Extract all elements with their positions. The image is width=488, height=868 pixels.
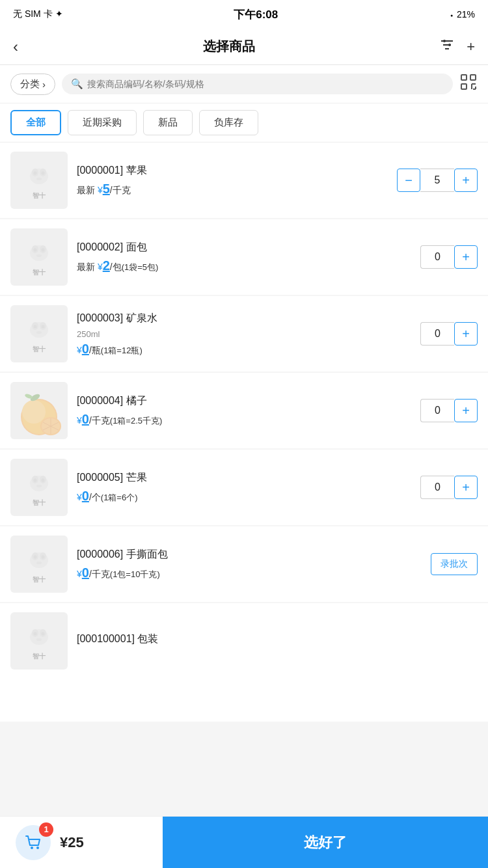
product-name: [0000002] 面包 bbox=[77, 241, 411, 254]
product-name: [0000006] 手撕面包 bbox=[77, 548, 422, 562]
cart-section: 1 ¥25 bbox=[0, 825, 163, 860]
quantity-input[interactable] bbox=[420, 169, 454, 192]
svg-point-16 bbox=[42, 171, 45, 174]
product-image-0000001: 智十 bbox=[10, 152, 68, 209]
quantity-input[interactable] bbox=[420, 399, 454, 422]
product-price: 最新 ¥5/千克 bbox=[77, 182, 388, 197]
svg-point-58 bbox=[31, 847, 33, 849]
quantity-input[interactable] bbox=[420, 322, 454, 346]
product-spec: 250ml bbox=[77, 329, 411, 339]
status-left: 无 SIM 卡 ✦ bbox=[13, 8, 63, 20]
product-price: ¥0/瓶(1箱=12瓶) bbox=[77, 342, 411, 357]
svg-point-3 bbox=[443, 40, 446, 42]
tab-negative[interactable]: 负库存 bbox=[199, 110, 258, 135]
back-button[interactable]: ‹ bbox=[13, 38, 18, 56]
tab-recent[interactable]: 近期采购 bbox=[68, 110, 137, 135]
product-image-0000002: 智十 bbox=[10, 228, 68, 286]
product-list: 智十 [0000001] 苹果 最新 ¥5/千克 − + bbox=[0, 142, 488, 722]
quantity-input[interactable] bbox=[420, 245, 454, 269]
nav-right-icons: + bbox=[439, 37, 475, 57]
svg-point-21 bbox=[34, 248, 37, 251]
increase-button[interactable]: + bbox=[454, 399, 478, 422]
product-price: ¥0/个(1箱=6个) bbox=[77, 489, 411, 504]
cart-total: ¥25 bbox=[60, 834, 84, 851]
search-input[interactable] bbox=[87, 79, 444, 89]
product-image-0000004 bbox=[10, 382, 68, 439]
product-controls-0000001: − + bbox=[397, 169, 478, 192]
svg-point-55 bbox=[34, 632, 37, 635]
svg-point-17 bbox=[36, 178, 42, 180]
svg-point-45 bbox=[36, 485, 42, 487]
tab-all[interactable]: 全部 bbox=[10, 110, 61, 135]
svg-point-4 bbox=[448, 44, 451, 46]
search-icon: 🔍 bbox=[71, 78, 83, 90]
decrease-button[interactable]: − bbox=[397, 169, 420, 192]
add-icon[interactable]: + bbox=[467, 38, 475, 55]
product-image-000100001: 智十 bbox=[10, 612, 68, 670]
cart-button[interactable]: 1 bbox=[16, 825, 51, 860]
product-info-0000001: [0000001] 苹果 最新 ¥5/千克 bbox=[77, 164, 388, 197]
product-price: 最新 ¥2/包(1袋=5包) bbox=[77, 258, 411, 273]
svg-point-28 bbox=[42, 325, 45, 328]
product-controls-0000003: + bbox=[420, 322, 478, 346]
svg-point-32 bbox=[22, 400, 46, 424]
list-item: 智十 [0000005] 芒果 ¥0/个(1箱=6个) + bbox=[0, 450, 488, 525]
product-image-0000006: 智十 bbox=[10, 536, 68, 593]
product-image-0000003: 智十 bbox=[10, 305, 68, 362]
increase-button[interactable]: + bbox=[454, 245, 478, 269]
product-name: [0000003] 矿泉水 bbox=[77, 312, 411, 325]
search-box[interactable]: 🔍 bbox=[62, 74, 453, 94]
svg-point-29 bbox=[36, 331, 42, 334]
status-bar: 无 SIM 卡 ✦ 下午6:08 ⬩ 21% bbox=[0, 0, 488, 29]
scan-icon[interactable] bbox=[459, 73, 478, 95]
increase-button[interactable]: + bbox=[454, 476, 478, 499]
svg-point-43 bbox=[34, 478, 37, 481]
product-info-0000002: [0000002] 面包 最新 ¥2/包(1袋=5包) bbox=[77, 241, 411, 273]
svg-point-44 bbox=[42, 478, 45, 481]
quantity-input[interactable] bbox=[420, 476, 454, 499]
svg-point-57 bbox=[36, 638, 42, 641]
page-title: 选择商品 bbox=[203, 38, 255, 55]
product-name: [000100001] 包装 bbox=[77, 632, 478, 646]
product-price: ¥0/千克(1包=10千克) bbox=[77, 565, 422, 580]
product-controls-0000006: 录批次 bbox=[431, 553, 478, 575]
product-image-0000005: 智十 bbox=[10, 459, 68, 516]
product-info-000100001: [000100001] 包装 bbox=[77, 632, 478, 650]
svg-point-50 bbox=[42, 555, 45, 558]
product-name: [0000004] 橘子 bbox=[77, 394, 411, 408]
batch-button[interactable]: 录批次 bbox=[431, 553, 478, 575]
product-controls-0000002: + bbox=[420, 245, 478, 269]
filter-icon[interactable] bbox=[439, 37, 455, 57]
svg-point-22 bbox=[42, 248, 45, 251]
product-info-0000006: [0000006] 手撕面包 ¥0/千克(1包=10千克) bbox=[77, 548, 422, 580]
list-item: 智十 [0000003] 矿泉水 250ml ¥0/瓶(1箱=12瓶) + bbox=[0, 296, 488, 372]
product-name: [0000005] 芒果 bbox=[77, 471, 411, 485]
product-info-0000004: [0000004] 橘子 ¥0/千克(1箱=2.5千克) bbox=[77, 394, 411, 427]
product-info-0000005: [0000005] 芒果 ¥0/个(1箱=6个) bbox=[77, 471, 411, 504]
product-name: [0000001] 苹果 bbox=[77, 164, 388, 178]
list-item: 智十 [0000006] 手撕面包 ¥0/千克(1包=10千克) 录批次 bbox=[0, 526, 488, 602]
confirm-button[interactable]: 选好了 bbox=[163, 817, 488, 869]
list-item: [0000004] 橘子 ¥0/千克(1箱=2.5千克) + bbox=[0, 373, 488, 448]
svg-rect-7 bbox=[461, 84, 467, 89]
svg-point-59 bbox=[36, 847, 39, 849]
svg-rect-6 bbox=[470, 75, 476, 80]
product-controls-0000005: + bbox=[420, 476, 478, 499]
product-info-0000003: [0000003] 矿泉水 250ml ¥0/瓶(1箱=12瓶) bbox=[77, 312, 411, 357]
battery-icon: ⬩ bbox=[449, 9, 454, 20]
status-right: ⬩ 21% bbox=[449, 9, 475, 20]
filter-row: 分类 › 🔍 bbox=[0, 65, 488, 103]
increase-button[interactable]: + bbox=[454, 322, 478, 346]
cart-badge: 1 bbox=[39, 822, 53, 837]
bottom-bar: 1 ¥25 选好了 bbox=[0, 816, 488, 868]
list-item: 智十 [0000002] 面包 最新 ¥2/包(1袋=5包) + bbox=[0, 219, 488, 295]
increase-button[interactable]: + bbox=[454, 169, 478, 192]
tab-new[interactable]: 新品 bbox=[143, 110, 193, 135]
tab-row: 全部 近期采购 新品 负库存 bbox=[0, 103, 488, 142]
svg-point-49 bbox=[34, 555, 37, 558]
svg-point-23 bbox=[36, 254, 42, 257]
category-button[interactable]: 分类 › bbox=[10, 74, 55, 95]
svg-rect-5 bbox=[461, 75, 467, 80]
svg-point-27 bbox=[34, 325, 37, 328]
list-item: 智十 [0000001] 苹果 最新 ¥5/千克 − + bbox=[0, 142, 488, 218]
